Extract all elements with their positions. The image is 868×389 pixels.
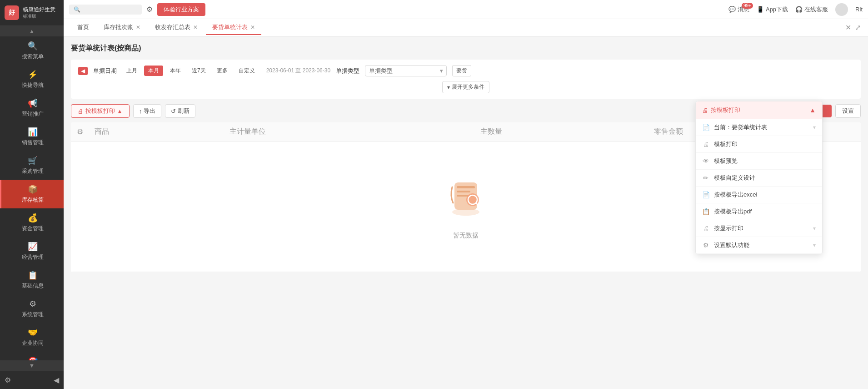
settings-button[interactable]: 设置 [835,104,861,118]
sidebar-scroll-up[interactable]: ▲ [0,26,64,36]
print-item-template-design[interactable]: ✏ 模板自定义设计 [696,170,822,187]
tab-close-icon[interactable]: ✕ [193,24,198,30]
tab-close-all-icon[interactable]: ✕ [845,23,851,32]
sidebar-item-label: 搜索菜单 [22,53,44,61]
search-bar[interactable]: 🔍 [69,5,142,15]
sidebar-item-inventory[interactable]: 📦 库存核算 [0,180,64,208]
item-label: 模板自定义设计 [714,174,816,182]
beginner-icon: 🎯 [28,356,38,360]
settings-icon[interactable]: ⚙ [5,376,11,384]
tab-payment-summary[interactable]: 收发存汇总表 ✕ [149,20,204,35]
sidebar-item-sales[interactable]: 📊 销售管理 [0,122,64,151]
topbar: 🔍 ⚙ 体验行业方案 💬 消息 99+ 📱 App下载 🎧 在线客服 Rit [64,0,868,19]
th-settings[interactable]: ⚙ [71,122,89,141]
empty-illustration [443,173,489,219]
sidebar-item-system[interactable]: ⚙ 系统管理 [0,294,64,323]
column-label: 零售金额 [654,127,683,135]
date-btn-近7天[interactable]: 近7天 [188,66,210,76]
tab-close-icon[interactable]: ✕ [250,24,255,30]
date-btn-自定义[interactable]: 自定义 [234,66,259,76]
refresh-button[interactable]: ↺ 刷新 [165,104,195,118]
sidebar-scroll-down[interactable]: ▼ [0,360,64,371]
th-quantity: 主数量 [475,122,649,141]
print-item-template-excel[interactable]: 📄 按模板导出excel [696,187,822,203]
main-area: 🔍 ⚙ 体验行业方案 💬 消息 99+ 📱 App下载 🎧 在线客服 Rit 首… [64,0,868,389]
tab-inventory-batch[interactable]: 库存批次账 ✕ [97,20,147,35]
message-icon: 💬 [728,6,736,13]
app-download-button[interactable]: 📱 App下载 [757,5,788,14]
order-type-badge: 要货 [452,65,471,76]
expand-more-btn[interactable]: ▾ 展开更多条件 [442,81,489,93]
item-label: 按显示打印 [714,224,808,232]
current-label: 当前：要货单统计表 [714,123,808,131]
item-label: 模板预览 [714,157,816,165]
sidebar-item-operations[interactable]: 📈 经营管理 [0,237,64,266]
message-button[interactable]: 💬 消息 99+ [728,5,749,14]
date-btn-本年[interactable]: 本年 [166,66,185,76]
print-item-template-pdf[interactable]: 📋 按模板导出pdf [696,203,822,220]
filter-collapse-btn[interactable]: ◀ [78,67,88,75]
export-icon: ↑ [139,108,142,115]
sidebar-item-label: 快捷导航 [22,81,44,89]
topbar-right: 💬 消息 99+ 📱 App下载 🎧 在线客服 Rit [728,3,863,16]
svg-rect-2 [457,186,475,188]
print-item-template-preview[interactable]: 👁 模板预览 [696,153,822,170]
print-dropdown-header: 🖨 按模板打印 ▲ [696,101,822,119]
avatar[interactable] [835,3,848,16]
sidebar-item-label: 库存核算 [22,196,44,204]
filter-row-1: ◀ 单据日期 上月本月本年近7天更多自定义 2023-06-01 至 2023-… [78,65,853,76]
date-range: 2023-06-01 至 2023-06-30 [266,67,330,75]
finance-icon: 💰 [28,213,38,223]
tab-label: 收发存汇总表 [155,23,190,31]
print-template-button[interactable]: 🖨 按模板打印 ▲ [71,104,130,118]
item-label: 模板打印 [714,140,816,148]
sidebar-item-enterprise[interactable]: 🤝 企业协同 [0,323,64,352]
date-btn-更多[interactable]: 更多 [213,66,232,76]
page-title: 要货单统计表(按商品) [71,44,861,53]
username: Rit [855,6,863,13]
type-select[interactable]: 单据类型 [365,65,447,76]
sidebar-item-beginner[interactable]: 🎯 新手引导 [0,352,64,360]
sidebar-item-label: 资金管理 [22,225,44,232]
enterprise-icon: 🤝 [28,328,38,338]
tab-label: 库存批次账 [104,23,133,31]
collapse-icon[interactable]: ◀ [54,376,59,384]
export-button[interactable]: ↑ 导出 [133,104,162,118]
date-shortcuts: 上月本月本年近7天更多自定义 [122,66,259,76]
topbar-gear-icon[interactable]: ⚙ [146,5,153,14]
print-item-display-print[interactable]: 🖨 按显示打印 ▾ [696,220,822,237]
set-default-icon: ⚙ [702,242,709,249]
download-icon: 📱 [757,6,764,13]
expand-icon: ▾ [447,84,450,91]
print-item-template-print[interactable]: 🖨 模板打印 [696,136,822,153]
sidebar-item-search[interactable]: 🔍 搜索菜单 [0,36,64,65]
trial-button[interactable]: 体验行业方案 [157,3,205,16]
sales-icon: 📊 [28,127,38,137]
template-print-icon: 🖨 [702,141,709,148]
logo-icon: 好 [5,5,19,20]
tab-close-icon[interactable]: ✕ [136,24,140,30]
date-btn-本月[interactable]: 本月 [144,66,163,76]
current-arrow-icon: ▾ [813,124,816,131]
print-item-set-default[interactable]: ⚙ 设置默认功能 ▾ [696,237,822,254]
sidebar-item-basics[interactable]: 📋 基础信息 [0,266,64,294]
date-btn-上月[interactable]: 上月 [122,66,141,76]
marketing-icon: 📢 [28,98,38,108]
tab-home[interactable]: 首页 [71,20,95,35]
print-dropdown-title: 🖨 按模板打印 [702,106,740,114]
display-print-icon: 🖨 [702,225,709,232]
sidebar-item-finance[interactable]: 💰 资金管理 [0,208,64,237]
print-dropdown-close-icon[interactable]: ▲ [809,106,816,114]
sidebar-item-purchase[interactable]: 🛒 采购管理 [0,151,64,180]
sidebar-item-quick-nav[interactable]: ⚡ 快捷导航 [0,65,64,94]
print-dropdown-current[interactable]: 📄 当前：要货单统计表 ▾ [696,119,822,136]
service-icon: 🎧 [795,6,803,13]
th-product: 商品 [89,122,224,141]
tab-expand-icon[interactable]: ⤢ [855,23,861,32]
sidebar-item-label: 企业协同 [22,339,44,347]
tab-order-stats[interactable]: 要货单统计表 ✕ [206,20,261,35]
quick-nav-icon: ⚡ [28,70,38,80]
online-service-button[interactable]: 🎧 在线客服 [795,5,828,14]
item-label: 按模板导出pdf [714,207,816,216]
sidebar-item-marketing[interactable]: 📢 营销推广 [0,94,64,122]
